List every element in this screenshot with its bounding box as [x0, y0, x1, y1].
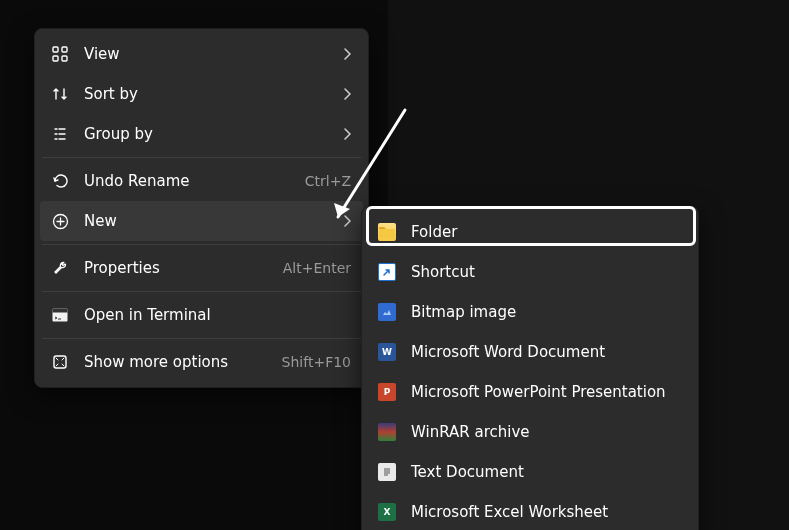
submenu-new: Folder Shortcut Bitmap image W Microsoft… — [361, 206, 699, 530]
menu-item-undo-rename[interactable]: Undo Rename Ctrl+Z — [40, 161, 363, 201]
menu-item-label: Open in Terminal — [84, 306, 351, 324]
svg-rect-6 — [53, 309, 68, 313]
word-icon: W — [377, 342, 397, 362]
chevron-right-icon — [337, 128, 351, 140]
submenu-item-folder[interactable]: Folder — [367, 212, 693, 252]
sort-icon — [50, 84, 70, 104]
menu-item-label: View — [84, 45, 337, 63]
submenu-item-winrar[interactable]: WinRAR archive — [367, 412, 693, 452]
menu-item-label: New — [84, 212, 337, 230]
menu-item-accelerator: Alt+Enter — [283, 260, 351, 276]
menu-separator — [42, 338, 361, 339]
undo-icon — [50, 171, 70, 191]
menu-item-label: Undo Rename — [84, 172, 297, 190]
chevron-right-icon — [337, 88, 351, 100]
folder-icon — [377, 222, 397, 242]
menu-item-label: Sort by — [84, 85, 337, 103]
powerpoint-icon: P — [377, 382, 397, 402]
menu-item-label: WinRAR archive — [411, 423, 681, 441]
menu-item-label: Microsoft PowerPoint Presentation — [411, 383, 681, 401]
grid-icon — [50, 44, 70, 64]
expand-icon — [50, 352, 70, 372]
menu-separator — [42, 157, 361, 158]
chevron-right-icon — [337, 215, 351, 227]
menu-item-label: Folder — [411, 223, 681, 241]
menu-item-sort-by[interactable]: Sort by — [40, 74, 363, 114]
svg-rect-8 — [382, 307, 392, 317]
terminal-icon — [50, 305, 70, 325]
menu-item-new[interactable]: New — [40, 201, 363, 241]
shortcut-icon — [377, 262, 397, 282]
menu-item-label: Microsoft Word Document — [411, 343, 681, 361]
plus-circle-icon — [50, 211, 70, 231]
menu-separator — [42, 244, 361, 245]
menu-item-label: Bitmap image — [411, 303, 681, 321]
submenu-item-word[interactable]: W Microsoft Word Document — [367, 332, 693, 372]
group-icon — [50, 124, 70, 144]
menu-item-view[interactable]: View — [40, 34, 363, 74]
svg-rect-2 — [53, 56, 58, 61]
chevron-right-icon — [337, 48, 351, 60]
menu-item-properties[interactable]: Properties Alt+Enter — [40, 248, 363, 288]
menu-item-label: Properties — [84, 259, 275, 277]
winrar-icon — [377, 422, 397, 442]
menu-item-show-more-options[interactable]: Show more options Shift+F10 — [40, 342, 363, 382]
submenu-item-shortcut[interactable]: Shortcut — [367, 252, 693, 292]
text-icon — [377, 462, 397, 482]
menu-item-accelerator: Shift+F10 — [282, 354, 351, 370]
submenu-item-excel[interactable]: X Microsoft Excel Worksheet — [367, 492, 693, 530]
menu-item-label: Group by — [84, 125, 337, 143]
context-menu: View Sort by Group by — [34, 28, 369, 388]
menu-item-open-in-terminal[interactable]: Open in Terminal — [40, 295, 363, 335]
submenu-item-powerpoint[interactable]: P Microsoft PowerPoint Presentation — [367, 372, 693, 412]
menu-item-label: Shortcut — [411, 263, 681, 281]
menu-item-group-by[interactable]: Group by — [40, 114, 363, 154]
svg-rect-1 — [62, 47, 67, 52]
menu-separator — [42, 291, 361, 292]
wrench-icon — [50, 258, 70, 278]
submenu-item-bitmap[interactable]: Bitmap image — [367, 292, 693, 332]
bitmap-icon — [377, 302, 397, 322]
svg-rect-0 — [53, 47, 58, 52]
excel-icon: X — [377, 502, 397, 522]
menu-item-label: Microsoft Excel Worksheet — [411, 503, 681, 521]
menu-item-accelerator: Ctrl+Z — [305, 173, 351, 189]
svg-rect-3 — [62, 56, 67, 61]
menu-item-label: Show more options — [84, 353, 274, 371]
menu-item-label: Text Document — [411, 463, 681, 481]
submenu-item-text-document[interactable]: Text Document — [367, 452, 693, 492]
